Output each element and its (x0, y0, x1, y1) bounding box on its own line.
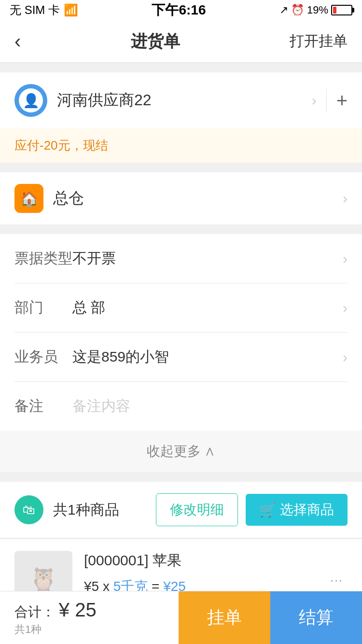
collapse-row[interactable]: 收起更多 ∧ (0, 431, 362, 472)
salesperson-value: 这是859的小智 (72, 347, 343, 367)
product-info: [0000001] 苹果 ¥5 x 5千克 = ¥25 (84, 551, 325, 596)
product-section-icon: 🛍 (14, 495, 43, 524)
department-chevron-icon: › (343, 300, 348, 316)
select-cart-icon: 🛒 (259, 502, 276, 518)
form-row-department[interactable]: 部门 总 部 › (0, 283, 362, 332)
cart-bag-icon: 🛍 (23, 503, 35, 518)
product-name: [0000001] 苹果 (84, 551, 325, 571)
warehouse-chevron-icon: › (343, 190, 348, 207)
total-amount: ¥ 25 (59, 599, 97, 620)
edit-detail-button[interactable]: 修改明细 (156, 493, 238, 526)
supplier-name: 河南供应商22 (57, 90, 312, 111)
avatar-icon: 👤 (23, 93, 40, 109)
salesperson-label: 业务员 (14, 347, 72, 367)
page-title: 进货单 (131, 30, 180, 53)
supplier-avatar: 👤 (14, 84, 47, 117)
battery-icon (331, 5, 352, 15)
open-hang-button[interactable]: 打开挂单 (290, 31, 348, 51)
total-section: 合计： ¥ 25 共1种 (0, 591, 179, 644)
total-label: 合计： (14, 604, 55, 619)
form-row-remark[interactable]: 备注 备注内容 (0, 382, 362, 431)
product-header: 🛍 共1种商品 修改明细 🛒 选择商品 (0, 482, 362, 538)
checkout-button[interactable]: 结算 (270, 591, 362, 644)
back-button[interactable]: ‹ (14, 30, 21, 52)
supplier-chevron-icon: › (312, 92, 317, 109)
wifi-icon: 📶 (64, 3, 78, 17)
add-supplier-button[interactable]: + (336, 90, 348, 112)
salesperson-chevron-icon: › (343, 349, 348, 365)
time-label: 下午6:16 (152, 1, 206, 19)
department-label: 部门 (14, 298, 72, 318)
hang-order-button[interactable]: 挂单 (179, 591, 270, 644)
supplier-info-banner: 应付-20元，现结 (0, 128, 362, 163)
department-value: 总 部 (72, 298, 343, 318)
alarm-icon: ⏰ (291, 4, 304, 16)
invoice-label: 票据类型 (14, 249, 72, 268)
invoice-value: 不开票 (72, 249, 343, 268)
select-product-button[interactable]: 🛒 选择商品 (246, 494, 348, 526)
remark-label: 备注 (14, 396, 72, 416)
carrier-label: 无 SIM 卡 (10, 2, 60, 18)
warehouse-icon: 🏠 (14, 184, 43, 213)
vertical-divider (326, 88, 327, 112)
bottom-bar: 合计： ¥ 25 共1种 挂单 结算 (0, 591, 362, 644)
warehouse-row[interactable]: 🏠 总仓 › (0, 172, 362, 224)
status-bar: 无 SIM 卡 📶 下午6:16 ↗ ⏰ 19% (0, 0, 362, 20)
warehouse-name: 总仓 (53, 188, 343, 209)
location-icon: ↗ (279, 4, 288, 16)
total-row: 合计： ¥ 25 (14, 599, 164, 621)
form-section: 票据类型 不开票 › 部门 总 部 › 业务员 这是859的小智 › 备注 备注… (0, 234, 362, 431)
product-logo-icon: 🦉 (29, 566, 58, 593)
product-more-button[interactable]: ··· (325, 566, 348, 594)
battery-percent: 19% (307, 4, 328, 16)
supplier-section: 👤 河南供应商22 › + 应付-20元，现结 (0, 72, 362, 163)
status-right: ↗ ⏰ 19% (279, 4, 352, 16)
nav-bar: ‹ 进货单 打开挂单 (0, 20, 362, 63)
form-row-invoice[interactable]: 票据类型 不开票 › (0, 234, 362, 283)
total-count: 共1种 (14, 622, 164, 637)
form-row-salesperson[interactable]: 业务员 这是859的小智 › (0, 333, 362, 381)
status-left: 无 SIM 卡 📶 (10, 2, 78, 18)
product-count-label: 共1种商品 (53, 500, 156, 520)
collapse-label: 收起更多 ∧ (147, 444, 216, 459)
remark-input[interactable]: 备注内容 (72, 396, 348, 416)
invoice-chevron-icon: › (343, 251, 348, 267)
warehouse-section: 🏠 总仓 › (0, 172, 362, 224)
supplier-row[interactable]: 👤 河南供应商22 › + (0, 72, 362, 128)
